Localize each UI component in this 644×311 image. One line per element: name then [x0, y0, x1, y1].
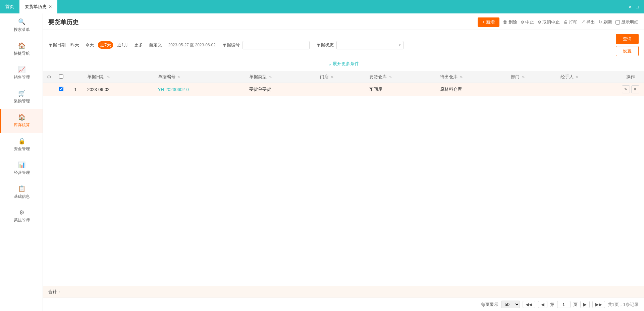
select-all-checkbox[interactable] — [59, 74, 63, 79]
th-store: 门店 ⇅ — [317, 71, 366, 83]
sidebar-item-search[interactable]: 🔍 搜索菜单 — [0, 13, 43, 37]
last-page-button[interactable]: ▶▶ — [592, 301, 605, 308]
row-store — [317, 83, 366, 96]
tab-history[interactable]: 要货单历史 ✕ — [19, 0, 57, 13]
query-button[interactable]: 查询 — [616, 34, 639, 44]
print-button[interactable]: 🖨 打印 — [563, 19, 578, 25]
next-page-button[interactable]: ▶ — [580, 301, 590, 308]
sort-date-icon[interactable]: ⇅ — [107, 75, 110, 79]
date-opt-today[interactable]: 今天 — [83, 41, 96, 49]
first-page-button[interactable]: ◀◀ — [523, 301, 535, 308]
pagination: 每页显示 50 20 100 ◀◀ ◀ 第 页 ▶ ▶▶ 共1页，1条记录 — [43, 298, 644, 311]
date-opt-custom[interactable]: 自定义 — [147, 41, 164, 49]
tab-history-label: 要货单历史 — [25, 4, 47, 10]
tab-bar: 首页 要货单历史 ✕ — [0, 0, 57, 13]
new-button[interactable]: + 新增 — [478, 17, 499, 27]
stop-button[interactable]: ⊘ 中止 — [521, 19, 534, 25]
sidebar-item-basic-label: 基础信息 — [14, 194, 30, 199]
row-pendingwarehouse: 原材料仓库 — [437, 83, 507, 96]
sort-dept-icon[interactable]: ⇅ — [522, 75, 525, 79]
purchase-icon: 🛒 — [18, 90, 25, 97]
filter-area: 单据日期 昨天 今天 近7天 近1月 更多 自定义 2023-05-27 至 2… — [43, 30, 644, 71]
date-filter-group: 单据日期 昨天 今天 近7天 近1月 更多 自定义 2023-05-27 至 2… — [48, 41, 216, 49]
row-action: ✎ ≡ — [617, 83, 644, 96]
row-checkbox-cell — [55, 83, 67, 96]
status-select[interactable] — [336, 41, 404, 49]
sidebar-item-finance-label: 资金管理 — [14, 146, 30, 152]
delete-button[interactable]: 🗑 删除 — [503, 19, 517, 25]
date-options: 昨天 今天 近7天 近1月 更多 自定义 — [68, 41, 164, 49]
row-edit-icon[interactable]: ✎ — [622, 85, 630, 93]
th-pendingwarehouse: 待出仓库 ⇅ — [437, 71, 507, 83]
sort-store-icon[interactable]: ⇅ — [331, 75, 333, 79]
table-row[interactable]: 1 2023-06-02 YH-20230602-0 要货单要货 车间库 原材料… — [43, 83, 644, 96]
row-docno-link[interactable]: YH-20230602-0 — [158, 87, 189, 92]
window-maximize-icon[interactable]: □ — [636, 4, 639, 9]
close-tab-icon[interactable]: ✕ — [49, 4, 52, 9]
sidebar-item-finance[interactable]: 🔒 资金管理 — [0, 133, 43, 157]
th-action: 操作 — [617, 71, 644, 83]
date-opt-month1[interactable]: 近1月 — [115, 41, 130, 49]
operation-icon: 📊 — [18, 161, 25, 169]
sort-type-icon[interactable]: ⇅ — [269, 75, 272, 79]
sidebar-item-basic[interactable]: 📋 基础信息 — [0, 180, 43, 204]
sidebar-item-inventory[interactable]: 🏠 库存核算 — [0, 109, 43, 133]
th-settings: ⚙ — [43, 71, 55, 83]
sidebar-item-operation[interactable]: 📊 经营管理 — [0, 157, 43, 180]
page-header: 要货单历史 + 新增 🗑 删除 ⊘ 中止 ⊘ 取消中止 🖨 打印 ↗ 导出 ↻ … — [43, 13, 644, 30]
page-label-after: 页 — [573, 302, 578, 308]
column-settings-button[interactable]: ⚙ — [47, 74, 51, 80]
inventory-icon: 🏠 — [18, 114, 25, 121]
date-opt-more[interactable]: 更多 — [132, 41, 145, 49]
date-filter-label: 单据日期 — [48, 42, 66, 48]
page-number-input[interactable] — [557, 301, 571, 308]
status-filter-group: 单据状态 — [316, 41, 404, 49]
data-table: ⚙ 单据日期 ⇅ 单据编号 ⇅ — [43, 71, 644, 96]
cancel-stop-button[interactable]: ⊘ 取消中止 — [538, 19, 560, 25]
refresh-button[interactable]: ↻ 刷新 — [598, 19, 612, 25]
sort-pendingwarehouse-icon[interactable]: ⇅ — [460, 75, 463, 79]
prev-page-button[interactable]: ◀ — [538, 301, 547, 308]
total-info: 共1页，1条记录 — [608, 302, 639, 308]
window-close-icon[interactable]: ✕ — [628, 4, 632, 9]
settings-button[interactable]: 设置 — [616, 46, 639, 56]
date-opt-yesterday[interactable]: 昨天 — [68, 41, 81, 49]
sort-handler-icon[interactable]: ⇅ — [576, 75, 578, 79]
row-checkbox[interactable] — [59, 87, 63, 91]
filter-buttons: 查询 设置 — [616, 34, 639, 56]
main-layout: 🔍 搜索菜单 🏠 快捷导航 📈 销售管理 🛒 采购管理 🏠 库存核算 🔒 资金管… — [0, 13, 644, 311]
top-bar: 首页 要货单历史 ✕ ✕ □ — [0, 0, 644, 13]
docno-input[interactable] — [243, 41, 310, 49]
docno-filter-label: 单据编号 — [222, 42, 240, 48]
row-handler — [557, 83, 617, 96]
filter-row: 单据日期 昨天 今天 近7天 近1月 更多 自定义 2023-05-27 至 2… — [48, 34, 639, 56]
th-docno: 单据编号 ⇅ — [155, 71, 246, 83]
sort-reqwarehouse-icon[interactable]: ⇅ — [389, 75, 392, 79]
sort-docno-icon[interactable]: ⇅ — [177, 75, 180, 79]
sales-icon: 📈 — [18, 66, 25, 73]
show-detail-checkbox[interactable] — [615, 20, 620, 25]
th-type: 单据类型 ⇅ — [246, 71, 317, 83]
expand-more-label: 展开更多条件 — [333, 61, 359, 67]
expand-more-icon: ⌄ — [328, 61, 332, 66]
sidebar-item-inventory-label: 库存核算 — [14, 122, 30, 128]
sidebar-item-system[interactable]: ⚙ 系统管理 — [0, 204, 43, 228]
toolbar: + 新增 🗑 删除 ⊘ 中止 ⊘ 取消中止 🖨 打印 ↗ 导出 ↻ 刷新 显示明… — [478, 17, 639, 27]
tab-home[interactable]: 首页 — [0, 0, 19, 13]
per-page-select[interactable]: 50 20 100 — [501, 301, 520, 308]
export-button[interactable]: ↗ 导出 — [581, 19, 595, 25]
date-opt-week7[interactable]: 近7天 — [98, 41, 113, 49]
per-page-label: 每页显示 — [481, 302, 498, 308]
show-detail-label-text: 显示明细 — [621, 19, 639, 25]
status-filter-label: 单据状态 — [316, 42, 334, 48]
row-detail-icon[interactable]: ≡ — [631, 85, 639, 93]
sidebar-item-quicknav[interactable]: 🏠 快捷导航 — [0, 37, 43, 61]
table-head: ⚙ 单据日期 ⇅ 单据编号 ⇅ — [43, 71, 644, 83]
sidebar-item-purchase[interactable]: 🛒 采购管理 — [0, 85, 43, 109]
docno-filter-group: 单据编号 — [222, 41, 310, 49]
table-header-row: ⚙ 单据日期 ⇅ 单据编号 ⇅ — [43, 71, 644, 83]
expand-more-button[interactable]: ⌄ 展开更多条件 — [328, 61, 359, 67]
sidebar-item-sales[interactable]: 📈 销售管理 — [0, 61, 43, 85]
show-detail-toggle[interactable]: 显示明细 — [615, 19, 639, 25]
sidebar-item-quicknav-label: 快捷导航 — [14, 51, 30, 56]
